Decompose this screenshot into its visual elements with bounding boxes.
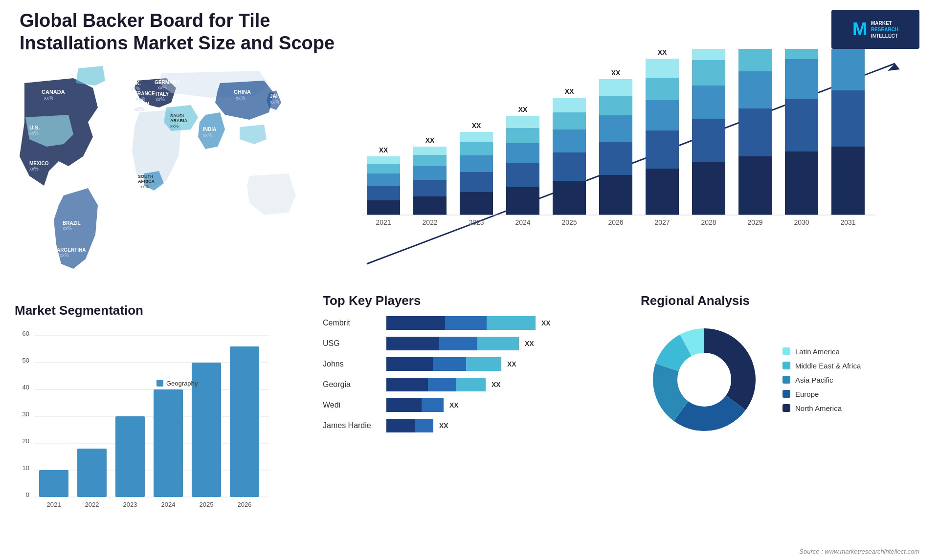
player-value: XX [439, 422, 448, 430]
svg-rect-77 [646, 130, 679, 169]
legend-label: Middle East & Africa [795, 362, 861, 370]
svg-text:2028: 2028 [701, 218, 716, 226]
player-bar [386, 337, 519, 350]
svg-rect-62 [553, 181, 586, 215]
segmentation-title: Market Segmentation [15, 303, 298, 318]
svg-rect-98 [785, 99, 818, 151]
svg-text:xx%: xx% [270, 99, 279, 105]
legend-label: Asia Pacific [795, 376, 833, 384]
svg-rect-130 [115, 416, 145, 497]
player-bar-wrap: XX [386, 378, 616, 391]
svg-rect-34 [367, 200, 400, 215]
regional-chart: Latin America Middle East & Africa Asia … [641, 316, 929, 443]
svg-rect-100 [785, 49, 818, 59]
svg-rect-44 [413, 155, 447, 166]
svg-rect-85 [692, 86, 725, 119]
svg-rect-48 [460, 192, 493, 215]
svg-rect-90 [738, 156, 772, 215]
market-bar-chart: XX 2021 XX 2022 XX 2023 [342, 49, 919, 293]
svg-text:2031: 2031 [840, 218, 855, 226]
svg-text:xx%: xx% [236, 95, 245, 101]
svg-text:2021: 2021 [47, 501, 61, 508]
player-name: Cembrit [323, 319, 386, 327]
svg-text:U.S.: U.S. [29, 125, 40, 130]
svg-rect-45 [413, 147, 447, 155]
svg-rect-41 [413, 196, 447, 215]
key-players-title: Top Key Players [323, 293, 616, 308]
svg-rect-43 [413, 166, 447, 180]
player-bar-wrap: XX [386, 316, 616, 330]
svg-text:BRAZIL: BRAZIL [63, 220, 81, 226]
svg-rect-106 [831, 49, 865, 90]
legend-color-north-america [782, 404, 790, 412]
svg-text:xx%: xx% [134, 107, 144, 112]
svg-text:JAPAN: JAPAN [270, 93, 286, 99]
svg-rect-64 [553, 129, 586, 152]
svg-text:SPAIN: SPAIN [134, 101, 149, 107]
svg-rect-63 [553, 152, 586, 181]
legend-color-asia-pacific [782, 376, 790, 384]
bar-seg1 [386, 337, 439, 350]
legend-color-europe [782, 390, 790, 398]
svg-text:xx%: xx% [60, 253, 69, 258]
svg-rect-66 [553, 98, 586, 112]
bar-seg1 [386, 316, 445, 330]
bar-seg2 [428, 378, 456, 391]
svg-text:FRANCE: FRANCE [134, 91, 155, 96]
svg-text:XX: XX [565, 87, 574, 95]
svg-text:ARABIA: ARABIA [170, 118, 187, 123]
svg-text:2030: 2030 [794, 218, 809, 226]
legend-color-latin-america [782, 347, 790, 355]
svg-rect-49 [460, 172, 493, 192]
svg-point-145 [679, 354, 730, 405]
svg-rect-59 [506, 116, 539, 128]
player-bar-wrap: XX [386, 398, 616, 412]
player-name: Johns [323, 360, 386, 368]
svg-text:xx%: xx% [63, 226, 72, 231]
svg-rect-65 [553, 112, 586, 129]
svg-text:xx%: xx% [203, 132, 212, 138]
bar-seg2 [439, 337, 477, 350]
player-value: XX [507, 360, 516, 368]
player-name: USG [323, 339, 386, 348]
svg-text:xx%: xx% [29, 166, 39, 172]
player-value: XX [449, 401, 459, 409]
svg-text:xx%: xx% [44, 95, 53, 101]
svg-rect-86 [692, 60, 725, 86]
legend-label: Latin America [795, 347, 840, 356]
svg-text:40: 40 [22, 384, 29, 391]
svg-rect-138 [156, 380, 163, 387]
logo-box: M MARKETRESEARCHINTELLECT [831, 10, 919, 49]
svg-rect-105 [831, 90, 865, 147]
player-bar-wrap: XX [386, 337, 616, 350]
legend-label: Europe [795, 390, 819, 398]
svg-text:2023: 2023 [123, 501, 137, 508]
svg-text:2029: 2029 [747, 218, 762, 226]
bar-seg2 [415, 419, 433, 432]
svg-rect-132 [154, 389, 183, 497]
legend-item-asia-pacific: Asia Pacific [782, 376, 861, 384]
svg-text:GERMANY: GERMANY [155, 80, 179, 85]
svg-text:INDIA: INDIA [203, 127, 216, 132]
svg-text:0: 0 [26, 491, 29, 498]
svg-text:60: 60 [22, 330, 29, 337]
player-value: XX [541, 319, 551, 327]
svg-rect-78 [646, 100, 679, 130]
player-bar [386, 398, 444, 412]
logo-letter: M [852, 19, 867, 40]
svg-text:xx%: xx% [157, 85, 167, 90]
svg-text:2025: 2025 [200, 501, 214, 508]
svg-rect-37 [367, 164, 400, 173]
svg-rect-69 [599, 175, 632, 215]
bar-seg3 [466, 357, 501, 371]
svg-text:xx%: xx% [156, 97, 165, 102]
svg-rect-57 [506, 143, 539, 163]
logo-text: MARKETRESEARCHINTELLECT [871, 20, 898, 39]
bar-seg1 [386, 419, 415, 432]
bar-seg1 [386, 357, 433, 371]
svg-text:2021: 2021 [376, 218, 391, 226]
legend-item-europe: Europe [782, 390, 861, 398]
world-map: CANADA xx% U.S. xx% MEXICO xx% BRAZIL xx… [15, 59, 318, 283]
svg-rect-84 [692, 119, 725, 162]
svg-text:xx%: xx% [140, 184, 149, 189]
